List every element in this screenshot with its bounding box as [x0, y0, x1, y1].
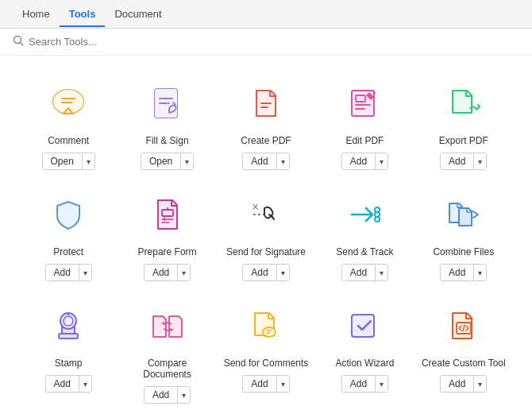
nav-tools[interactable]: Tools [60, 2, 106, 26]
export-pdf-label: Export PDF [439, 135, 488, 146]
export-pdf-dropdown-button[interactable]: ▾ [473, 153, 486, 169]
top-navigation: Home Tools Document [0, 0, 532, 29]
edit-pdf-icon [339, 78, 390, 129]
tool-comment: Comment Open ▾ [19, 68, 118, 180]
protect-btn-wrap: Add ▾ [45, 264, 92, 281]
send-for-signature-label: Send for Signature [226, 246, 306, 257]
export-pdf-add-button[interactable]: Add [441, 153, 473, 169]
edit-pdf-add-button[interactable]: Add [342, 153, 375, 169]
protect-icon [43, 189, 94, 240]
fill-sign-btn-wrap: Open ▾ [141, 153, 194, 170]
stamp-icon [43, 300, 94, 351]
comment-label: Comment [48, 135, 89, 146]
protect-label: Protect [53, 246, 83, 257]
send-for-signature-dropdown-button[interactable]: ▾ [276, 265, 289, 280]
svg-line-1 [21, 43, 24, 46]
create-custom-tool-dropdown-button[interactable]: ▾ [473, 376, 486, 392]
send-for-comments-btn-wrap: Add ▾ [242, 375, 289, 393]
action-wizard-btn-wrap: Add ▾ [341, 375, 388, 393]
nav-home[interactable]: Home [13, 2, 60, 26]
nav-document[interactable]: Document [105, 2, 171, 26]
tool-send-for-comments: Send for Comments Add ▾ [217, 291, 315, 405]
prepare-form-icon [142, 189, 193, 240]
stamp-label: Stamp [55, 358, 83, 369]
combine-files-add-button[interactable]: Add [441, 265, 473, 280]
create-custom-tool-btn-wrap: Add ▾ [440, 375, 487, 393]
tool-combine-files: Combine Files Add ▾ [414, 180, 513, 291]
tool-protect: Protect Add ▾ [19, 180, 118, 291]
create-custom-tool-add-button[interactable]: Add [441, 376, 473, 392]
comment-btn-wrap: Open ▾ [42, 153, 95, 170]
comment-icon [43, 78, 94, 129]
send-for-signature-btn-wrap: Add ▾ [242, 264, 289, 281]
fill-sign-dropdown-button[interactable]: ▾ [180, 153, 193, 169]
tool-fill-sign: Fill & Sign Open ▾ [118, 68, 216, 180]
create-custom-tool-icon [438, 300, 489, 351]
search-input[interactable] [29, 36, 519, 48]
stamp-btn-wrap: Add ▾ [45, 375, 92, 393]
send-for-signature-add-button[interactable]: Add [243, 265, 276, 280]
tool-send-for-signature: × Send for Signature Add ▾ [217, 180, 315, 291]
prepare-form-btn-wrap: Add ▾ [144, 264, 191, 281]
action-wizard-dropdown-button[interactable]: ▾ [375, 376, 387, 392]
tool-send-track: Send & Track Add ▾ [315, 180, 414, 291]
create-pdf-btn-wrap: Add ▾ [242, 153, 289, 170]
compare-documents-dropdown-button[interactable]: ▾ [177, 387, 190, 403]
tool-export-pdf: Export PDF Add ▾ [414, 68, 513, 180]
send-for-comments-label: Send for Comments [224, 358, 309, 369]
tool-edit-pdf: Edit PDF Add ▾ [315, 68, 414, 180]
send-track-icon [339, 189, 390, 240]
create-pdf-icon [241, 78, 291, 129]
combine-files-icon [438, 189, 489, 240]
action-wizard-label: Action Wizard [335, 358, 394, 369]
tool-create-pdf: Create PDF Add ▾ [217, 68, 315, 180]
create-pdf-label: Create PDF [241, 135, 291, 146]
combine-files-btn-wrap: Add ▾ [440, 264, 487, 281]
prepare-form-label: Prepare Form [138, 246, 197, 257]
create-pdf-add-button[interactable]: Add [243, 153, 276, 169]
search-bar [0, 29, 532, 56]
svg-rect-37 [352, 315, 374, 337]
tool-compare-documents: Compare Documents Add ▾ [118, 291, 216, 405]
svg-line-17 [373, 91, 375, 93]
send-for-comments-dropdown-button[interactable]: ▾ [276, 376, 289, 392]
send-for-signature-icon: × [241, 189, 291, 240]
fill-sign-open-button[interactable]: Open [141, 153, 180, 169]
send-track-label: Send & Track [336, 246, 393, 257]
export-pdf-btn-wrap: Add ▾ [440, 153, 487, 170]
action-wizard-add-button[interactable]: Add [342, 376, 375, 392]
prepare-form-dropdown-button[interactable]: ▾ [177, 265, 190, 280]
tool-stamp: Stamp Add ▾ [19, 291, 118, 405]
prepare-form-add-button[interactable]: Add [145, 265, 177, 280]
compare-documents-icon [142, 300, 193, 351]
create-custom-tool-label: Create Custom Tool [422, 358, 506, 369]
search-icon [13, 35, 24, 48]
send-for-comments-add-button[interactable]: Add [243, 376, 276, 392]
tool-prepare-form: Prepare Form Add ▾ [118, 180, 216, 291]
send-track-btn-wrap: Add ▾ [341, 264, 388, 281]
export-pdf-icon [438, 78, 489, 129]
tools-grid: Comment Open ▾ Fill & Sign Open ▾ [0, 56, 532, 405]
fill-sign-icon [142, 78, 193, 129]
send-track-add-button[interactable]: Add [342, 265, 375, 280]
stamp-dropdown-button[interactable]: ▾ [79, 376, 91, 392]
edit-pdf-dropdown-button[interactable]: ▾ [375, 153, 387, 169]
create-pdf-dropdown-button[interactable]: ▾ [276, 153, 289, 169]
svg-point-28 [375, 217, 380, 222]
edit-pdf-label: Edit PDF [345, 135, 384, 146]
send-track-dropdown-button[interactable]: ▾ [375, 265, 387, 280]
comment-open-button[interactable]: Open [43, 153, 82, 169]
protect-add-button[interactable]: Add [46, 265, 79, 280]
compare-documents-add-button[interactable]: Add [145, 387, 177, 403]
protect-dropdown-button[interactable]: ▾ [79, 265, 91, 280]
compare-documents-btn-wrap: Add ▾ [144, 386, 191, 404]
fill-sign-label: Fill & Sign [146, 135, 189, 146]
comment-dropdown-button[interactable]: ▾ [82, 153, 94, 169]
svg-text:×: × [252, 200, 259, 214]
send-for-comments-icon [241, 300, 291, 351]
combine-files-dropdown-button[interactable]: ▾ [473, 265, 486, 280]
stamp-add-button[interactable]: Add [46, 376, 79, 392]
tool-create-custom-tool: Create Custom Tool Add ▾ [414, 291, 513, 405]
svg-point-34 [263, 327, 276, 337]
edit-pdf-btn-wrap: Add ▾ [341, 153, 388, 170]
